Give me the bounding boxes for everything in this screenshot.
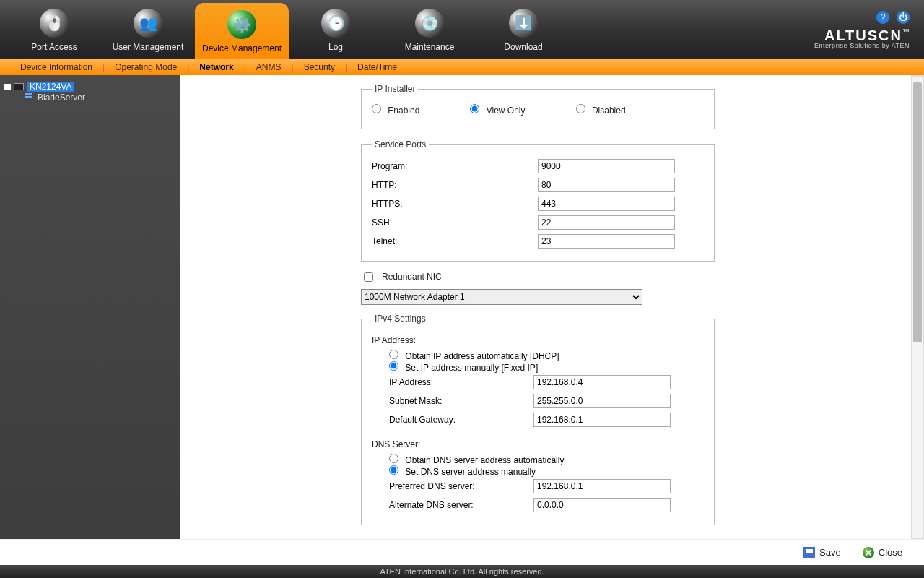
download-icon: ⬇️ [509, 9, 538, 38]
ipv4-legend: IPv4 Settings [372, 314, 429, 324]
nav-user-management[interactable]: 👥 User Management [101, 6, 195, 59]
https-label: HTTPS: [372, 199, 538, 209]
nav-label: Maintenance [383, 42, 476, 52]
ip-fixed-option[interactable]: Set IP address manually [Fixed IP] [389, 363, 538, 373]
ip-address-input[interactable] [533, 375, 671, 389]
alternate-dns-input[interactable] [533, 498, 671, 512]
default-gateway-label: Default Gateway: [389, 415, 533, 425]
subnav-security[interactable]: Security [294, 62, 345, 72]
footer-text: ATEN International Co. Ltd. All rights r… [0, 565, 924, 578]
ssh-label: SSH: [372, 217, 538, 228]
subnet-mask-label: Subnet Mask: [389, 396, 533, 406]
top-nav: 🖱️ Port Access 👥 User Management ⚙️ Devi… [0, 0, 924, 59]
close-icon [863, 547, 874, 558]
subnav-operating-mode[interactable]: Operating Mode [105, 62, 187, 72]
nav-maintenance[interactable]: 💿 Maintenance [383, 6, 476, 59]
ipinstaller-viewonly[interactable]: View Only [470, 104, 525, 116]
maintenance-icon: 💿 [415, 9, 444, 38]
vertical-scrollbar[interactable] [911, 75, 924, 539]
ipinstaller-disabled[interactable]: Disabled [576, 104, 626, 116]
subnet-mask-input[interactable] [533, 394, 671, 408]
content-pane: IP Installer Enabled View Only Disabled … [180, 75, 911, 539]
device-tree: − KN2124VA BladeServer [0, 75, 180, 539]
close-button[interactable]: Close [863, 547, 902, 558]
ip-installer-group: IP Installer Enabled View Only Disabled [361, 84, 715, 129]
user-management-icon: 👥 [134, 9, 162, 38]
tree-child[interactable]: BladeServer [25, 92, 178, 103]
service-ports-group: Service Ports Program: HTTP: HTTPS: SSH:… [361, 139, 715, 262]
nav-label: Port Access [7, 42, 101, 52]
preferred-dns-label: Preferred DNS server: [389, 481, 533, 491]
nav-label: User Management [101, 42, 195, 52]
device-icon [14, 83, 24, 90]
ip-address-label: IP Address: [389, 377, 533, 387]
nav-label: Log [289, 42, 383, 52]
subnav-datetime[interactable]: Date/Time [347, 62, 407, 72]
tree-child-label: BladeServer [38, 92, 85, 103]
save-button[interactable]: Save [803, 547, 841, 558]
telnet-label: Telnet: [372, 236, 538, 246]
ipinstaller-enabled[interactable]: Enabled [372, 104, 419, 116]
subnav-network[interactable]: Network [189, 62, 243, 72]
port-access-icon: 🖱️ [40, 9, 69, 38]
bottom-bar: Save Close [0, 539, 924, 565]
brand-tagline: Enterprise Solutions by ATEN [814, 43, 910, 49]
nav-port-access[interactable]: 🖱️ Port Access [7, 6, 101, 59]
subnav-anms[interactable]: ANMS [246, 62, 292, 72]
https-input[interactable] [538, 197, 675, 211]
nav-device-management[interactable]: ⚙️ Device Management [195, 3, 289, 59]
program-input[interactable] [538, 159, 675, 173]
tree-collapse-icon[interactable]: − [4, 84, 11, 90]
save-icon [803, 547, 815, 558]
tree-root[interactable]: − KN2124VA [3, 81, 178, 92]
device-management-icon: ⚙️ [227, 10, 256, 39]
http-label: HTTP: [372, 180, 538, 190]
nav-label: Download [476, 42, 570, 52]
ssh-input[interactable] [538, 215, 675, 230]
logout-icon[interactable]: ⏻ [897, 11, 910, 24]
network-adapter-select[interactable]: 1000M Network Adapter 1 [361, 289, 642, 305]
preferred-dns-input[interactable] [533, 479, 671, 493]
nav-download[interactable]: ⬇️ Download [476, 6, 570, 59]
help-icon[interactable]: ? [876, 11, 889, 24]
bladeserver-icon [25, 93, 33, 102]
nav-label: Device Management [195, 43, 289, 53]
service-ports-legend: Service Ports [372, 139, 429, 150]
program-label: Program: [372, 161, 538, 171]
brand-logo: ALTUSCN™ Enterprise Solutions by ATEN [814, 28, 917, 49]
log-icon: 🕒 [321, 9, 350, 38]
dns-auto-option[interactable]: Obtain DNS server address automatically [389, 455, 564, 465]
sub-nav: Device Information| Operating Mode| Netw… [0, 59, 924, 75]
scrollbar-thumb[interactable] [913, 82, 922, 342]
redundant-nic-label: Redundant NIC [382, 272, 442, 282]
default-gateway-input[interactable] [533, 413, 671, 427]
dns-server-section-label: DNS Server: [372, 439, 704, 449]
alternate-dns-label: Alternate DNS server: [389, 500, 533, 510]
http-input[interactable] [538, 178, 675, 192]
tree-root-label: KN2124VA [27, 82, 74, 92]
ip-address-section-label: IP Address: [372, 335, 704, 345]
subnav-device-information[interactable]: Device Information [10, 62, 103, 72]
ip-installer-legend: IP Installer [372, 84, 418, 94]
brand-name: ALTUSCN [824, 27, 902, 43]
nav-log[interactable]: 🕒 Log [289, 6, 383, 59]
redundant-nic-checkbox[interactable] [364, 272, 373, 282]
ipv4-settings-group: IPv4 Settings IP Address: Obtain IP addr… [361, 314, 715, 525]
dns-manual-option[interactable]: Set DNS server address manually [389, 467, 536, 477]
telnet-input[interactable] [538, 234, 675, 249]
ip-dhcp-option[interactable]: Obtain IP address automatically [DHCP] [389, 351, 559, 361]
